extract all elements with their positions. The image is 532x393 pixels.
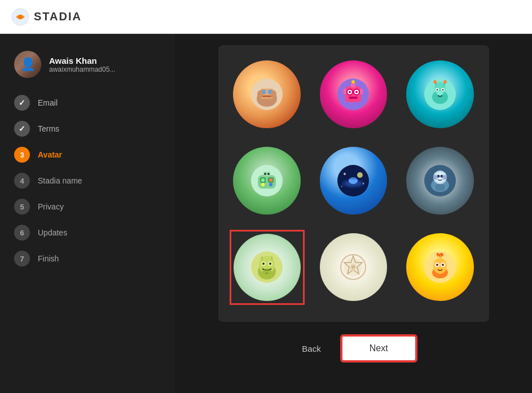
content-area: Back Next [175, 34, 532, 393]
svg-point-72 [351, 265, 355, 269]
avatar-option-12[interactable] [402, 230, 477, 305]
step-circle-2: ✓ [14, 121, 30, 137]
svg-rect-18 [360, 89, 363, 94]
stadia-logo: STADIA [11, 8, 82, 26]
svg-point-27 [442, 89, 443, 90]
step-circle-4: 4 [14, 173, 30, 189]
bottom-buttons: Back Next [291, 335, 416, 361]
step-circle-6: 6 [14, 225, 30, 241]
avatar-option-1[interactable] [230, 56, 305, 132]
step-label-terms: Terms [38, 124, 59, 133]
step-label-finish: Finish [38, 254, 59, 263]
avatar-deco-3 [406, 60, 474, 128]
avatar-deco-11 [320, 233, 388, 301]
svg-rect-7 [262, 95, 271, 97]
step-number-3: 3 [20, 151, 24, 159]
avatar-deco-2 [320, 60, 388, 128]
main-layout: 👤 Awais Khan awaixmuhammad05... ✓ Email … [0, 34, 532, 393]
step-label-email: Email [38, 98, 58, 107]
svg-point-37 [269, 183, 272, 186]
user-name: Awais Khan [49, 56, 115, 66]
check-icon-1: ✓ [19, 98, 25, 107]
step-item-stadia-name[interactable]: 4 Stadia name [14, 173, 161, 189]
step-number-6: 6 [20, 229, 24, 237]
avatar-deco-4 [233, 147, 301, 215]
svg-point-30 [443, 80, 447, 84]
svg-rect-56 [436, 184, 445, 191]
svg-point-41 [267, 173, 270, 175]
avatar-deco-6 [406, 147, 474, 215]
svg-point-26 [436, 89, 438, 90]
svg-point-20 [351, 80, 355, 84]
svg-rect-16 [349, 97, 358, 99]
step-item-updates[interactable]: 6 Updates [14, 225, 161, 241]
svg-point-47 [344, 173, 346, 175]
step-item-finish[interactable]: 7 Finish [14, 251, 161, 267]
svg-point-64 [262, 263, 265, 265]
step-label-updates: Updates [38, 228, 67, 237]
svg-point-35 [261, 178, 265, 182]
step-number-4: 4 [20, 177, 24, 185]
avatar-grid-container [218, 45, 489, 322]
user-email: awaixmuhammad05... [49, 66, 115, 73]
steps-list: ✓ Email ✓ Terms 3 Avatar 4 [14, 95, 161, 267]
avatar-option-10[interactable] [230, 230, 305, 305]
user-details: Awais Khan awaixmuhammad05... [49, 56, 115, 73]
sidebar: 👤 Awais Khan awaixmuhammad05... ✓ Email … [0, 34, 175, 393]
svg-point-40 [264, 173, 266, 175]
step-label-avatar: Avatar [38, 150, 62, 159]
step-item-avatar[interactable]: 3 Avatar [14, 147, 161, 163]
step-circle-7: 7 [14, 251, 30, 267]
back-button[interactable]: Back [291, 338, 332, 359]
user-info: 👤 Awais Khan awaixmuhammad05... [14, 51, 161, 78]
avatar-inner-11 [320, 233, 388, 301]
avatar-inner-12 [406, 233, 474, 301]
step-item-privacy[interactable]: 5 Privacy [14, 199, 161, 215]
svg-rect-19 [351, 83, 355, 88]
avatar-inner-2 [320, 60, 388, 128]
svg-point-46 [357, 172, 363, 178]
svg-point-57 [433, 175, 438, 180]
check-icon-2: ✓ [19, 124, 25, 133]
svg-point-15 [355, 91, 358, 93]
avatar-option-11[interactable] [316, 230, 391, 305]
step-label-privacy: Privacy [38, 202, 64, 211]
svg-rect-17 [344, 89, 346, 94]
avatar-inner-3 [406, 60, 474, 128]
avatar-inner-5 [320, 147, 388, 215]
avatar-option-2[interactable] [316, 56, 391, 132]
step-item-email[interactable]: ✓ Email [14, 95, 161, 111]
svg-point-36 [269, 178, 272, 182]
svg-point-49 [341, 186, 342, 187]
avatar-option-6[interactable] [402, 143, 477, 218]
svg-point-1 [18, 15, 23, 19]
avatar-deco-12 [406, 233, 474, 301]
avatar-inner-1 [233, 60, 301, 128]
avatar-inner-6 [406, 147, 474, 215]
avatar-option-4[interactable] [230, 143, 305, 218]
header: STADIA [0, 0, 532, 34]
avatar-option-3[interactable] [402, 56, 477, 132]
svg-point-58 [442, 175, 447, 180]
step-label-stadia-name: Stadia name [38, 176, 82, 185]
step-number-7: 7 [20, 255, 24, 263]
svg-point-9 [271, 90, 276, 98]
next-button[interactable]: Next [341, 335, 416, 361]
avatar-grid [230, 56, 478, 305]
step-item-terms[interactable]: ✓ Terms [14, 121, 161, 137]
avatar-inner-4 [233, 147, 301, 215]
step-circle-3: 3 [14, 147, 30, 163]
step-circle-1: ✓ [14, 95, 30, 111]
avatar-deco-5 [320, 147, 388, 215]
avatar-deco-1 [233, 60, 301, 128]
avatar-deco-10 [234, 234, 301, 301]
svg-point-29 [433, 80, 437, 84]
avatar-inner-10 [234, 234, 301, 301]
svg-point-8 [257, 90, 263, 98]
svg-point-48 [363, 182, 364, 184]
svg-point-38 [261, 183, 265, 186]
svg-point-28 [437, 91, 443, 95]
avatar-option-5[interactable] [316, 143, 391, 218]
svg-point-79 [442, 264, 444, 266]
stadia-logo-icon [11, 8, 29, 26]
